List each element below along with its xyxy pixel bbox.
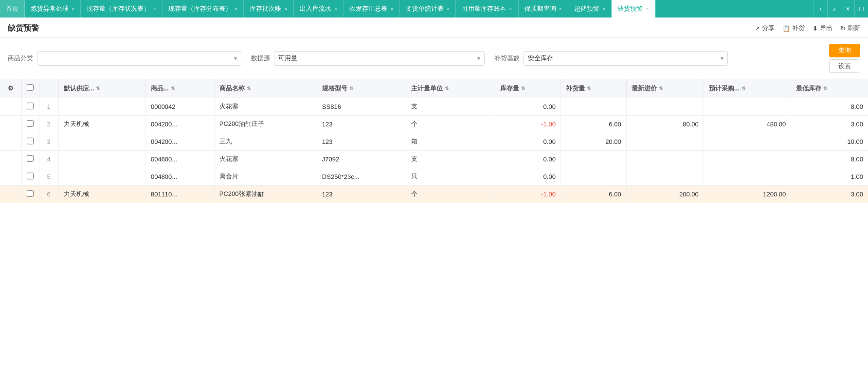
- row-replenish: 6.00: [561, 115, 626, 133]
- tab-close-keyong[interactable]: ×: [509, 6, 512, 12]
- settings-button[interactable]: 设置: [829, 59, 860, 73]
- tab-next-btn[interactable]: ›: [827, 0, 841, 18]
- tab-close-xiancun2[interactable]: ×: [235, 6, 237, 12]
- row-spec: 123: [317, 115, 406, 133]
- th-min-stock[interactable]: 最低库存 ⇅: [791, 79, 868, 98]
- tab-xiancunliang2[interactable]: 现存量（库存分布表） ×: [163, 0, 244, 18]
- category-select-wrapper: [37, 51, 241, 66]
- tab-close-quehuo[interactable]: ×: [646, 6, 649, 12]
- export-button[interactable]: ⬇ 导出: [813, 24, 832, 33]
- row-num: 1: [39, 98, 58, 115]
- row-stock: 0.00: [495, 168, 561, 185]
- tab-navigation: ‹ › × □: [814, 0, 868, 18]
- tab-chaochuyujing[interactable]: 超储预警 ×: [568, 0, 612, 18]
- tab-quehuo[interactable]: 缺货预警 ×: [612, 0, 655, 18]
- row-est-purchase: [704, 133, 791, 150]
- sort-est-icon: ⇅: [741, 86, 745, 91]
- row-goods-code: 0000042: [145, 98, 214, 115]
- row-unit: 个: [406, 115, 495, 133]
- tab-close-shoufacun[interactable]: ×: [390, 6, 393, 12]
- row-checkbox-2[interactable]: [27, 138, 34, 144]
- row-stock: -1.00: [495, 115, 561, 133]
- row-min-stock: 3.00: [791, 115, 868, 133]
- row-goods-code: 004200...: [145, 115, 214, 133]
- datasource-select[interactable]: 可用量: [274, 51, 485, 66]
- row-supplier: [58, 133, 145, 150]
- tab-prev-btn[interactable]: ‹: [814, 0, 827, 18]
- gear-icon[interactable]: ⚙: [8, 85, 14, 92]
- row-replenish: 20.00: [561, 133, 626, 150]
- tab-close-baozhi[interactable]: ×: [559, 6, 562, 12]
- tab-close-xiancun1[interactable]: ×: [153, 6, 156, 12]
- row-latest-price: 200.00: [626, 185, 704, 203]
- sort-stock-icon: ⇅: [521, 86, 525, 91]
- th-unit[interactable]: 主计量单位 ⇅: [406, 79, 495, 98]
- row-latest-price: [626, 98, 704, 115]
- row-supplier: [58, 150, 145, 168]
- tab-lianhuo[interactable]: 炼货异常处理 ×: [25, 0, 81, 18]
- row-unit: 只: [406, 168, 495, 185]
- row-min-stock: 8.00: [791, 150, 868, 168]
- th-latest-price[interactable]: 最新进价 ⇅: [626, 79, 704, 98]
- select-all-checkbox[interactable]: [27, 84, 34, 91]
- sort-price-icon: ⇅: [659, 86, 663, 91]
- page-content: 缺货预警 ↗ 分享 📋 补货 ⬇ 导出 ↻ 刷新 商品分类: [0, 18, 868, 387]
- th-spec[interactable]: 规格型号 ⇅: [317, 79, 406, 98]
- replenish-icon: 📋: [782, 25, 790, 32]
- replenish-select-wrapper: 安全库存: [524, 51, 728, 66]
- row-checkbox-5[interactable]: [27, 190, 34, 197]
- tab-close-lianhuo[interactable]: ×: [72, 6, 74, 12]
- table-row: 4 004600... 火花塞 J7092 支 0.00 8.00: [0, 150, 868, 168]
- replenish-select[interactable]: 安全库存: [524, 51, 728, 66]
- row-replenish: [561, 168, 626, 185]
- table-row: 2 力天机械 004200... PC200油缸庄子 123 个 -1.00 6…: [0, 115, 868, 133]
- tab-xiancunliang1[interactable]: 现存量（库存状况表） ×: [81, 0, 162, 18]
- tab-shoufacun[interactable]: 收发存汇总表 ×: [344, 0, 399, 18]
- tab-keyongliang[interactable]: 可用量库存账本 ×: [456, 0, 518, 18]
- tab-close-kucunpici[interactable]: ×: [284, 6, 287, 12]
- tab-close-chaochuyujing[interactable]: ×: [602, 6, 605, 12]
- tab-churuku[interactable]: 出入库流水 ×: [294, 0, 344, 18]
- row-checkbox-4[interactable]: [27, 173, 34, 179]
- row-checkbox-1[interactable]: [27, 120, 34, 127]
- tab-close-all-btn[interactable]: ×: [841, 0, 854, 18]
- tab-kucunpici[interactable]: 库存批次账 ×: [244, 0, 293, 18]
- row-goods-name: PC200张紧油缸: [214, 185, 317, 203]
- th-goods-name[interactable]: 商品名称 ⇅: [214, 79, 317, 98]
- tab-bar: 首页 炼货异常处理 × 现存量（库存状况表） × 现存量（库存分布表） × 库存…: [0, 0, 868, 18]
- th-num: [39, 79, 58, 98]
- th-supplier[interactable]: 默认供应... ⇅: [58, 79, 145, 98]
- th-replenish[interactable]: 补货量 ⇅: [561, 79, 626, 98]
- row-spec: 123: [317, 185, 406, 203]
- share-icon: ↗: [755, 25, 760, 32]
- row-unit: 支: [406, 98, 495, 115]
- th-est-purchase[interactable]: 预计采购... ⇅: [704, 79, 791, 98]
- row-goods-name: 火花塞: [214, 150, 317, 168]
- refresh-button[interactable]: ↻ 刷新: [840, 24, 860, 33]
- tab-close-yaohuo[interactable]: ×: [447, 6, 450, 12]
- query-button[interactable]: 查询: [829, 44, 860, 57]
- row-gear-cell: [0, 150, 21, 168]
- row-est-purchase: [704, 168, 791, 185]
- tab-maximize-btn[interactable]: □: [854, 0, 868, 18]
- row-stock: 0.00: [495, 98, 561, 115]
- tab-yaohuo[interactable]: 要货单统计表 ×: [400, 0, 456, 18]
- table-body: 1 0000042 火花塞 SS816 支 0.00 8.00 2 力天机械 0…: [0, 98, 868, 203]
- row-min-stock: 3.00: [791, 185, 868, 203]
- th-stock[interactable]: 库存量 ⇅: [495, 79, 561, 98]
- row-checkbox-3[interactable]: [27, 155, 34, 162]
- tab-baozhi[interactable]: 保质期查询 ×: [519, 0, 568, 18]
- tab-home[interactable]: 首页: [0, 0, 25, 18]
- row-checkbox-0[interactable]: [27, 103, 34, 109]
- replenish-button[interactable]: 📋 补货: [782, 24, 805, 33]
- tab-close-churuku[interactable]: ×: [334, 6, 337, 12]
- category-select[interactable]: [37, 51, 241, 66]
- row-goods-code: 004800...: [145, 168, 214, 185]
- share-button[interactable]: ↗ 分享: [755, 24, 775, 33]
- table-wrapper: ⚙ 默认供应... ⇅ 商品..: [0, 79, 868, 203]
- row-num: 3: [39, 133, 58, 150]
- export-icon: ⬇: [813, 25, 818, 32]
- row-gear-cell: [0, 133, 21, 150]
- row-checkbox-cell: [21, 168, 39, 185]
- th-goods-code[interactable]: 商品... ⇅: [145, 79, 214, 98]
